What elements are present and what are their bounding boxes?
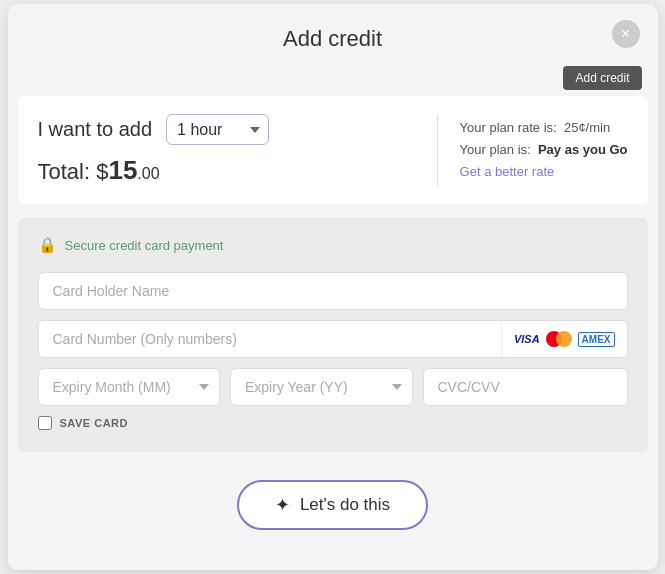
- hour-select[interactable]: 1 hour 2 hours 3 hours 5 hours 10 hours: [166, 114, 269, 145]
- want-label: I want to add: [38, 118, 153, 141]
- lets-do-label: Let's do this: [300, 495, 390, 515]
- total-line: Total: $15.00: [38, 155, 270, 186]
- total-cents: .00: [137, 165, 159, 182]
- close-button[interactable]: ×: [612, 20, 640, 48]
- rate-line: Your plan rate is: 25¢/min: [460, 117, 628, 139]
- secure-label: 🔒 Secure credit card payment: [38, 236, 628, 254]
- wand-icon: ✦: [275, 494, 290, 516]
- expiry-year-select[interactable]: Expiry Year (YY) 24252627 282930: [230, 368, 413, 406]
- add-credit-bar: Add credit: [8, 66, 658, 96]
- total-amount: 15: [108, 155, 137, 185]
- card-number-row: VISA AMEX: [38, 320, 628, 358]
- plan-right: Your plan rate is: 25¢/min Your plan is:…: [438, 117, 628, 183]
- expiry-month-select[interactable]: Expiry Month (MM) 01020304 05060708 0910…: [38, 368, 221, 406]
- card-number-input[interactable]: [39, 321, 501, 357]
- amex-icon: AMEX: [578, 332, 615, 347]
- cvc-input[interactable]: [423, 368, 628, 406]
- modal-header: Add credit ×: [8, 4, 658, 66]
- payment-section: 🔒 Secure credit card payment VISA AMEX E…: [18, 218, 648, 452]
- get-better-rate-link[interactable]: Get a better rate: [460, 164, 555, 179]
- add-credit-badge: Add credit: [563, 66, 641, 90]
- save-card-checkbox[interactable]: [38, 416, 52, 430]
- mastercard-icon: [546, 331, 572, 347]
- footer: ✦ Let's do this: [8, 452, 658, 540]
- expiry-row: Expiry Month (MM) 01020304 05060708 0910…: [38, 368, 628, 406]
- modal-title: Add credit: [283, 26, 382, 51]
- visa-icon: VISA: [514, 333, 540, 345]
- modal: Add credit × Add credit I want to add 1 …: [8, 4, 658, 570]
- card-holder-input[interactable]: [38, 272, 628, 310]
- lets-do-button[interactable]: ✦ Let's do this: [237, 480, 428, 530]
- plan-left: I want to add 1 hour 2 hours 3 hours 5 h…: [38, 114, 438, 186]
- plan-left-content: I want to add 1 hour 2 hours 3 hours 5 h…: [38, 114, 270, 186]
- save-card-label: SAVE CARD: [60, 417, 128, 429]
- card-icons: VISA AMEX: [501, 321, 627, 357]
- plan-section: I want to add 1 hour 2 hours 3 hours 5 h…: [18, 96, 648, 204]
- save-card-row: SAVE CARD: [38, 416, 628, 430]
- lock-icon: 🔒: [38, 236, 57, 254]
- plan-line: Your plan is: Pay as you Go: [460, 139, 628, 161]
- card-holder-group: [38, 272, 628, 310]
